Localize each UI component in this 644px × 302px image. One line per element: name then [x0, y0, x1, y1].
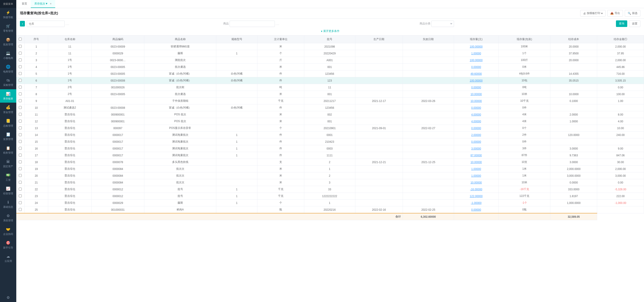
th-cost: 结存成本 [550, 36, 597, 43]
sidebar-item-系统管理[interactable]: ⚙ 系统管理 [0, 211, 16, 225]
table-row: 72号001000026批次框吨110.000000吨0.00 [16, 84, 644, 91]
filter-bar: › ... 商品 ... 商品分类 ▾ 查询 设置 [16, 19, 644, 36]
sidebar-item-快捷导航[interactable]: ⚡ 快捷导航 [0, 8, 16, 22]
sidebar-label-工资: 工资 [6, 179, 11, 181]
warehouse-dots[interactable]: ... [66, 22, 70, 26]
sidebar-item-税务管理[interactable]: 📋 税务管理 [0, 143, 16, 157]
filter-icon: 🔍 [628, 12, 631, 15]
sidebar-item-经营管理[interactable]: 📈 经营管理 [0, 184, 16, 198]
mgmt-icon: 📈 [1, 186, 16, 191]
footer-total-amount: 32,589.05 [550, 213, 597, 220]
settings-button[interactable]: 设置 [629, 20, 640, 27]
table-row: 22普吉综仓0000012批号1千克33-16.00000-16千克333.00… [16, 186, 644, 193]
sidebar-item-库存核算[interactable]: 📊 库存核算 [0, 89, 16, 103]
expand-collapse-button[interactable]: › [20, 21, 25, 27]
sidebar-label-资金管理: 资金管理 [3, 111, 13, 113]
sidebar-label-快捷导航: 快捷导航 [3, 16, 13, 19]
table-row: 13普吉综仓000097POS显示库存异常个202109012021-09-01… [16, 125, 644, 132]
th-exp-date: 失效日期 [403, 36, 454, 43]
filter-goods-section: 商品 ... [223, 21, 418, 27]
sidebar-item-批发管理[interactable]: 📦 批发管理 [0, 35, 16, 49]
data-table: 序号 仓库名称 商品编码 商品名称 规格型号 主计量单位 批号 生产日期 失效日… [16, 36, 644, 220]
footer-total-qty: 6,302.60000 [403, 213, 454, 220]
th-no: 序号 [24, 36, 48, 43]
category-select[interactable] [431, 21, 454, 27]
goods-input[interactable] [230, 21, 275, 27]
ledger-icon: 📒 [1, 118, 16, 123]
table-row: 2110000029藤斯1个202204291.000001个37.950037… [16, 50, 644, 57]
goods-dots[interactable]: ... [276, 22, 280, 26]
table-row: 41号0023-00005批次遴选米0010.000000米445.86 [16, 64, 644, 70]
table-row: 10测试遴选20023-00008富诚（白色/河橘）白色/河橘件1234560.… [16, 104, 644, 111]
salary-icon: 💵 [1, 173, 16, 178]
filter-button[interactable]: 🔍 筛选 [625, 10, 640, 17]
sidebar-bottom: ⚙ [0, 293, 16, 302]
basic-info-icon: ℹ [1, 200, 16, 205]
print-dropdown-icon: ▾ [601, 12, 602, 15]
table-row: 14普吉综仓0000017测试电量批次1件00012.000002件120.00… [16, 132, 644, 138]
sidebar-item-新手引导[interactable]: 🎯 新手引导 [0, 238, 16, 252]
quick-nav-icon: ⚡ [1, 10, 16, 15]
purchase-icon: 🛍 [1, 78, 16, 83]
sidebar-label-新手引导: 新手引导 [3, 246, 13, 249]
query-button[interactable]: 查询 [616, 20, 627, 27]
sidebar-item-固定资产[interactable]: 🏛 固定资产 [0, 157, 16, 171]
sidebar-label-云应用: 云应用 [4, 260, 12, 262]
sidebar-item-总账管理[interactable]: 📒 总账管理 [0, 116, 16, 130]
print-button[interactable]: 🖨 按模板打印 ▾ [580, 10, 606, 17]
table-row: 12普吉综仓000900001POS 批次米0014.000004米1.0000… [16, 118, 644, 125]
th-check[interactable] [16, 36, 24, 43]
sidebar-label-电商管理: 电商管理 [3, 70, 13, 73]
table-row: 17普吉综仓0000017测试电量批次1件111187.0000087件9.73… [16, 152, 644, 159]
expand-more-btn[interactable]: ▾ 展开更多条件 [321, 29, 340, 33]
settings-area: 设置 [629, 20, 640, 27]
tab-close-icon[interactable]: ✕ [50, 3, 52, 5]
table-row: 51号0023-00005富诚（白色/河橘）白色/河橘件12345649.600… [16, 70, 644, 77]
th-spec: 规格型号 [216, 36, 258, 43]
tab-inventory-batch[interactable]: 库存批次▼ ✕ [31, 0, 55, 8]
warehouse-input[interactable] [27, 21, 65, 27]
main-content: 首页 库存批次▼ ✕ 现存量查询(按仓库+批次) 🖨 按模板打印 ▾ 📤 导出 [16, 0, 644, 302]
table-row: 82号0023-00005批次遴选米00110.0000010米10.00001… [16, 91, 644, 98]
sidebar-item-采购管理[interactable]: 🛍 采购管理 [0, 76, 16, 89]
sidebar-item-小额电商[interactable]: 💻 小额电商 [0, 49, 16, 62]
table-row: 25普吉综仓001000031鲜肉A瓶202202162022-02-16202… [16, 206, 644, 213]
sidebar-item-发票管理[interactable]: 🧾 发票管理 [0, 130, 16, 143]
sidebar-item-零售管理[interactable]: 🛒 零售管理 [0, 22, 16, 35]
th-name: 商品名称 [144, 36, 216, 43]
sidebar: 搜索菜单 ⚡ 快捷导航 🛒 零售管理 📦 批发管理 💻 小额电商 🌐 电商管理 … [0, 0, 16, 302]
sidebar-item-基础信息[interactable]: ℹ 基础信息 [0, 198, 16, 211]
sidebar-label-税务管理: 税务管理 [3, 151, 13, 154]
print-label: 按模板打印 [587, 11, 600, 15]
filter-warehouse-section: ... [27, 21, 221, 27]
page-actions: 🖨 按模板打印 ▾ 📤 导出 🔍 筛选 [580, 10, 640, 17]
footer-label: 合计 [16, 213, 403, 220]
th-amount: 结存金额① [597, 36, 644, 43]
tab-homepage[interactable]: 首页 [18, 0, 31, 8]
sidebar-logo[interactable]: 搜索菜单 [0, 0, 16, 8]
settings-icon[interactable]: ⚙ [0, 293, 16, 302]
export-button[interactable]: 📤 导出 [607, 10, 623, 17]
footer-total-qty-pkg [454, 213, 498, 220]
sidebar-item-工资[interactable]: 💵 工资 [0, 170, 16, 184]
sidebar-item-电商管理[interactable]: 🌐 电商管理 [0, 62, 16, 76]
ecom-icon: 🌐 [1, 64, 16, 69]
select-all-checkbox[interactable] [19, 38, 22, 41]
filter-category-section: 商品分类 ▾ [420, 21, 614, 27]
th-unit: 主计量单位 [258, 36, 304, 43]
inventory-icon: 📊 [1, 92, 16, 96]
sidebar-label-企业协同: 企业协同 [3, 233, 13, 235]
table-container[interactable]: 序号 仓库名称 商品编码 商品名称 规格型号 主计量单位 批号 生产日期 失效日… [16, 36, 644, 302]
sidebar-item-企业协同[interactable]: 🤝 企业协同 [0, 225, 16, 238]
th-qty-pkg: 现存量(包装) [498, 36, 550, 43]
th-batch: 批号 [304, 36, 355, 43]
page-title: 现存量查询(按仓库+批次) [20, 11, 58, 16]
wholesale-icon: 📦 [1, 37, 16, 42]
system-icon: ⚙ [1, 213, 16, 218]
table-row: 21普吉综仓0000084批次次米310.0000010米0.00000.00 [16, 179, 644, 186]
sidebar-label-采购管理: 采购管理 [3, 84, 13, 86]
page-content: 现存量查询(按仓库+批次) 🖨 按模板打印 ▾ 📤 导出 🔍 筛选 › [16, 8, 644, 302]
sidebar-item-资金管理[interactable]: 💰 资金管理 [0, 103, 16, 116]
sidebar-item-云应用[interactable]: ☁ 云应用 [0, 252, 16, 265]
sidebar-label-基础信息: 基础信息 [3, 206, 13, 208]
